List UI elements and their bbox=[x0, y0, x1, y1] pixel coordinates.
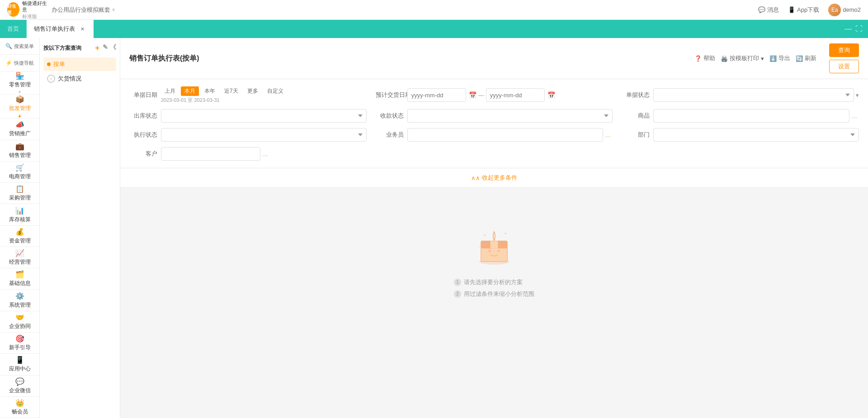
svg-rect-3 bbox=[491, 241, 498, 249]
maximize-window-button[interactable]: ⛶ bbox=[855, 25, 863, 33]
receipt-status-select[interactable] bbox=[407, 109, 613, 123]
product-field: 商品 … bbox=[622, 109, 859, 123]
system-icon: ⚙️ bbox=[15, 292, 24, 300]
page-title: 销售订单执行表(按单) bbox=[129, 54, 199, 63]
dept-select[interactable] bbox=[653, 128, 859, 142]
sidebar-item-ecommerce[interactable]: 🛒 电商管理 bbox=[0, 162, 39, 183]
breadcrumb[interactable]: 办公用品行业模拟账套 ▾ bbox=[47, 6, 758, 14]
print-dropdown-icon: ▾ bbox=[761, 55, 764, 62]
inventory-icon: 📊 bbox=[15, 206, 24, 215]
sidebar-item-marketing[interactable]: 📣 营销推广 bbox=[0, 119, 39, 140]
svg-point-4 bbox=[484, 234, 486, 237]
add-scheme-button[interactable]: ＋ bbox=[94, 43, 101, 53]
date-tab-this-year[interactable]: 本年 bbox=[201, 86, 219, 96]
search-icon: 🔍 bbox=[5, 43, 12, 49]
filter-row-3: 执行状态 业务员 … 部门 bbox=[129, 128, 859, 142]
sidebar-item-system[interactable]: ⚙️ 系统管理 bbox=[0, 290, 39, 311]
sidebar-item-enterprise[interactable]: 🤝 企业协同 bbox=[0, 311, 39, 332]
empty-tip-1: 1 请先选择要分析的方案 bbox=[454, 276, 534, 288]
sidebar-item-finance[interactable]: 💰 资金管理 bbox=[0, 226, 39, 247]
newbie-icon: 🎯 bbox=[15, 334, 24, 343]
svg-point-7 bbox=[489, 250, 491, 252]
left-panel-actions: ＋ ✎ 《 bbox=[94, 43, 116, 53]
message-button[interactable]: 💬 消息 bbox=[758, 6, 779, 14]
edit-scheme-button[interactable]: ✎ bbox=[103, 43, 108, 53]
sidebar-item-sales[interactable]: 💼 销售管理 bbox=[0, 140, 39, 162]
scheme-item-欠货情况[interactable]: ○ 欠货情况 bbox=[43, 72, 116, 86]
filter-area: 单据日期 上月 本月 本年 近7天 更多 自定义 2023-03-01 至 20… bbox=[120, 79, 868, 168]
tab-home[interactable]: 首页 bbox=[0, 20, 27, 38]
tip-num-1: 1 bbox=[454, 279, 461, 286]
tab-sales-order[interactable]: 销售订单执行表 ✕ bbox=[27, 20, 94, 38]
print-icon: 🖨️ bbox=[721, 55, 728, 62]
sidebar-item-member[interactable]: 👑 畅会员 bbox=[0, 397, 39, 418]
date-tab-last-7[interactable]: 近7天 bbox=[221, 86, 242, 96]
message-icon: 💬 bbox=[758, 6, 765, 13]
top-header: 好生意 畅捷通好生意 标准版 办公用品行业模拟账套 ▾ 💬 消息 📱 App下载… bbox=[0, 0, 868, 20]
svg-point-6 bbox=[478, 246, 480, 247]
app-download-button[interactable]: 📱 App下载 bbox=[788, 6, 819, 14]
active-dot bbox=[47, 62, 51, 66]
sidebar-nav[interactable]: ⚡ 快捷导航 bbox=[0, 55, 39, 71]
filter-row-2: 出库状态 收款状态 商品 … bbox=[129, 109, 859, 123]
calendar-start-icon[interactable]: 📅 bbox=[469, 91, 476, 99]
out-status-field: 出库状态 bbox=[129, 109, 367, 123]
expected-date-end[interactable] bbox=[486, 88, 545, 102]
scheme-item-按单[interactable]: 按单 bbox=[43, 57, 116, 71]
sidebar-item-basic[interactable]: 🗂️ 基础信息 bbox=[0, 268, 39, 290]
expected-date-range: 📅 — 📅 bbox=[407, 88, 555, 102]
salesperson-more-button[interactable]: … bbox=[603, 132, 613, 138]
status-select[interactable] bbox=[653, 88, 854, 102]
sidebar-item-newbie[interactable]: 🎯 新手引导 bbox=[0, 332, 39, 354]
export-button[interactable]: ⬇️ 导出 bbox=[769, 54, 790, 62]
sales-icon: 💼 bbox=[15, 142, 24, 151]
finance-icon: 💰 bbox=[15, 228, 24, 236]
sidebar-item-retail[interactable]: 🏪 零售管理 ▼ bbox=[0, 71, 39, 95]
salesperson-input[interactable] bbox=[407, 128, 604, 142]
sidebar-search[interactable]: 🔍 搜索菜单 bbox=[0, 38, 39, 55]
empty-tips: 1 请先选择要分析的方案 2 用过滤条件来缩小分析范围 bbox=[454, 276, 534, 300]
query-button[interactable]: 查询 bbox=[829, 43, 859, 57]
product-input[interactable] bbox=[653, 109, 849, 123]
sidebar-item-apps[interactable]: 📱 应用中心 bbox=[0, 354, 39, 375]
calendar-end-icon[interactable]: 📅 bbox=[547, 91, 555, 99]
refresh-button[interactable]: 🔄 刷新 bbox=[796, 54, 816, 62]
user-menu[interactable]: Ea demo2 bbox=[828, 4, 861, 16]
settings-button[interactable]: 设置 bbox=[829, 60, 859, 73]
date-tab-custom[interactable]: 自定义 bbox=[264, 86, 287, 96]
out-status-label: 出库状态 bbox=[129, 112, 161, 120]
tab-bar-actions: — ⛶ bbox=[839, 20, 868, 38]
date-tab-more[interactable]: 更多 bbox=[244, 86, 262, 96]
expand-arrow-icon: ▲ bbox=[18, 113, 22, 118]
product-more-button[interactable]: … bbox=[849, 113, 859, 119]
exec-status-select[interactable] bbox=[161, 128, 367, 142]
enterprise-icon: 🤝 bbox=[15, 313, 24, 322]
collapse-panel-button[interactable]: 《 bbox=[110, 43, 116, 53]
customer-more-button[interactable]: … bbox=[260, 151, 270, 157]
apps-icon: 📱 bbox=[15, 356, 24, 364]
print-button[interactable]: 🖨️ 按模板打印 ▾ bbox=[721, 54, 764, 62]
sidebar-item-purchase[interactable]: 📋 采购管理 bbox=[0, 183, 39, 204]
tab-bar: 首页 销售订单执行表 ✕ — ⛶ bbox=[0, 20, 868, 38]
sidebar-item-business[interactable]: 📈 经营管理 bbox=[0, 247, 39, 268]
svg-point-8 bbox=[498, 250, 500, 252]
empty-illustration bbox=[472, 224, 517, 269]
filter-row-1: 单据日期 上月 本月 本年 近7天 更多 自定义 2023-03-01 至 20… bbox=[129, 86, 859, 104]
collapse-button[interactable]: ∧∧ 收起更多条件 bbox=[466, 172, 523, 184]
date-tab-last-month[interactable]: 上月 bbox=[161, 86, 179, 96]
date-tab-this-month[interactable]: 本月 bbox=[181, 86, 199, 96]
close-tab-button[interactable]: ✕ bbox=[79, 25, 86, 33]
help-button[interactable]: ❓ 帮助 bbox=[694, 54, 715, 62]
main-layout: 🔍 搜索菜单 ⚡ 快捷导航 🏪 零售管理 ▼ 📦 批发管理 ▲ 📣 营销推广 💼… bbox=[0, 38, 868, 418]
page-actions: ❓ 帮助 🖨️ 按模板打印 ▾ ⬇️ 导出 🔄 刷新 bbox=[694, 43, 859, 73]
sidebar-item-inventory[interactable]: 📊 库存核算 bbox=[0, 204, 39, 225]
expected-date-start[interactable] bbox=[407, 88, 466, 102]
salesperson-label: 业务员 bbox=[376, 131, 407, 139]
expand-arrow-icon: ▼ bbox=[18, 90, 22, 95]
out-status-select[interactable] bbox=[161, 109, 367, 123]
dept-label: 部门 bbox=[622, 131, 653, 139]
sidebar-item-wechat[interactable]: 💬 企业微信 bbox=[0, 375, 39, 397]
sidebar-item-wholesale[interactable]: 📦 批发管理 ▲ bbox=[0, 95, 39, 119]
minimize-window-button[interactable]: — bbox=[844, 25, 852, 33]
customer-input[interactable] bbox=[161, 147, 260, 161]
